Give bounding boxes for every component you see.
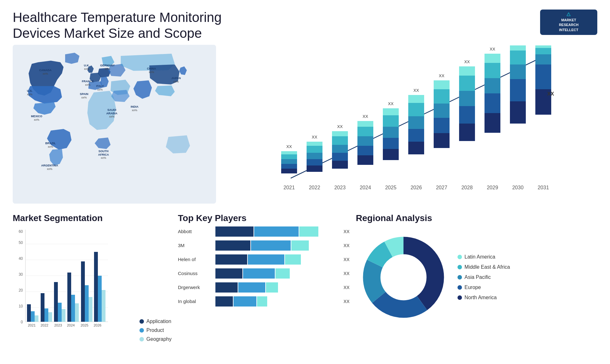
svg-rect-26 [357, 127, 373, 136]
donut-area: Latin America Middle East & Africa Asia … [356, 230, 597, 325]
svg-rect-37 [408, 116, 424, 129]
player-bar-3 [285, 254, 301, 265]
svg-text:30: 30 [19, 272, 23, 277]
svg-text:XX: XX [464, 59, 470, 64]
player-name-3m: 3M [178, 243, 213, 248]
legend-label-application: Application [146, 319, 171, 324]
svg-text:2030: 2030 [512, 185, 524, 190]
svg-text:20: 20 [19, 288, 23, 293]
bar-chart-section: XX XX XX XX [219, 45, 597, 210]
player-bar-3 [291, 240, 309, 251]
svg-rect-50 [459, 76, 475, 91]
svg-text:2027: 2027 [436, 185, 447, 190]
regional-title: Regional Analysis [356, 213, 597, 223]
svg-rect-43 [434, 104, 450, 118]
player-name-cosinuss: Cosinuss [178, 271, 213, 276]
segmentation-chart: 0 10 20 30 40 50 60 [13, 226, 133, 342]
svg-text:2031: 2031 [538, 185, 549, 190]
player-bars-abbott [215, 226, 337, 237]
legend-label-asia-pacific: Asia Pacific [464, 274, 491, 280]
logo-line2: RESEARCH [559, 23, 579, 27]
legend-product: Product [139, 327, 172, 333]
map-label-canada: CANADAxx% [39, 69, 51, 76]
svg-rect-33 [383, 108, 399, 115]
segmentation-legend: Application Product Geography [139, 319, 172, 342]
map-label-italy: ITALYxx% [96, 84, 104, 91]
player-bar-2 [243, 268, 275, 279]
svg-text:10: 10 [19, 304, 23, 308]
svg-text:XX: XX [547, 91, 554, 97]
bar-chart: XX XX XX XX [232, 45, 597, 204]
map-label-spain: SPAINxx% [80, 92, 88, 99]
legend-dot-product [139, 328, 144, 333]
svg-rect-6 [281, 164, 297, 169]
svg-rect-114 [89, 297, 92, 322]
player-name-helen: Helen of [178, 257, 213, 262]
svg-rect-55 [485, 78, 500, 93]
player-bar-1 [215, 254, 247, 265]
svg-rect-108 [67, 273, 71, 322]
segmentation-title: Market Segmentation [13, 213, 172, 223]
svg-rect-56 [485, 63, 500, 78]
logo-line3: INTELLECT [559, 28, 579, 32]
svg-rect-109 [71, 295, 75, 322]
legend-north-america: North America [458, 295, 510, 300]
svg-text:0: 0 [21, 320, 23, 324]
svg-rect-15 [307, 142, 322, 146]
svg-text:2026: 2026 [94, 323, 101, 327]
player-name-abbott: Abbott [178, 229, 213, 234]
svg-rect-48 [459, 106, 475, 124]
svg-rect-18 [332, 153, 348, 161]
player-bar-1 [215, 240, 250, 251]
legend-latin-america: Latin America [458, 254, 510, 260]
player-value-inglobal: XX [340, 299, 349, 304]
player-value-drgerwerk: XX [340, 285, 349, 290]
svg-rect-12 [307, 159, 322, 165]
svg-rect-118 [102, 290, 105, 322]
legend-label-europe: Europe [464, 285, 481, 290]
legend-label-north-america: North America [464, 295, 497, 300]
svg-rect-98 [35, 315, 38, 322]
svg-rect-39 [408, 95, 424, 103]
map-label-uk: U.K.xx% [84, 64, 90, 71]
legend-dot-latin-america [458, 255, 462, 259]
bottom-sections: Market Segmentation 0 10 20 30 40 50 60 [0, 210, 610, 364]
svg-rect-63 [510, 45, 526, 51]
svg-text:40: 40 [19, 256, 23, 261]
regional-legend: Latin America Middle East & Africa Asia … [458, 254, 510, 300]
player-bar-3 [266, 282, 278, 293]
legend-dot-europe [458, 285, 462, 290]
player-value-3m: XX [340, 243, 349, 248]
svg-rect-69 [535, 45, 551, 48]
svg-rect-29 [383, 149, 399, 160]
legend-dot-application [139, 319, 144, 324]
svg-text:2028: 2028 [461, 185, 473, 190]
svg-rect-59 [510, 101, 526, 124]
player-bar-2 [234, 296, 256, 307]
svg-rect-117 [98, 276, 102, 322]
svg-rect-45 [434, 80, 450, 89]
map-label-china: CHINAxx% [147, 67, 156, 74]
player-bar-1 [215, 226, 254, 237]
svg-text:XX: XX [490, 47, 495, 51]
player-bars-cosinuss [215, 268, 337, 279]
svg-rect-19 [332, 145, 348, 153]
svg-rect-9 [281, 151, 297, 154]
legend-dot-asia-pacific [458, 275, 462, 280]
logo: MARKET RESEARCH INTELLECT [540, 10, 597, 35]
legend-application: Application [139, 319, 172, 324]
player-bar-3 [257, 296, 267, 307]
legend-dot-north-america [458, 295, 462, 300]
svg-rect-25 [357, 136, 373, 146]
svg-text:XX: XX [363, 114, 368, 119]
map-label-us: U.S.xx% [27, 89, 33, 96]
svg-rect-60 [510, 79, 526, 101]
svg-text:2022: 2022 [309, 185, 320, 190]
svg-rect-11 [307, 165, 322, 172]
player-bar-1 [215, 268, 242, 279]
svg-rect-14 [307, 146, 322, 153]
svg-rect-97 [31, 311, 35, 322]
svg-rect-41 [434, 133, 450, 148]
svg-text:60: 60 [19, 229, 23, 234]
svg-text:2021: 2021 [283, 185, 295, 190]
